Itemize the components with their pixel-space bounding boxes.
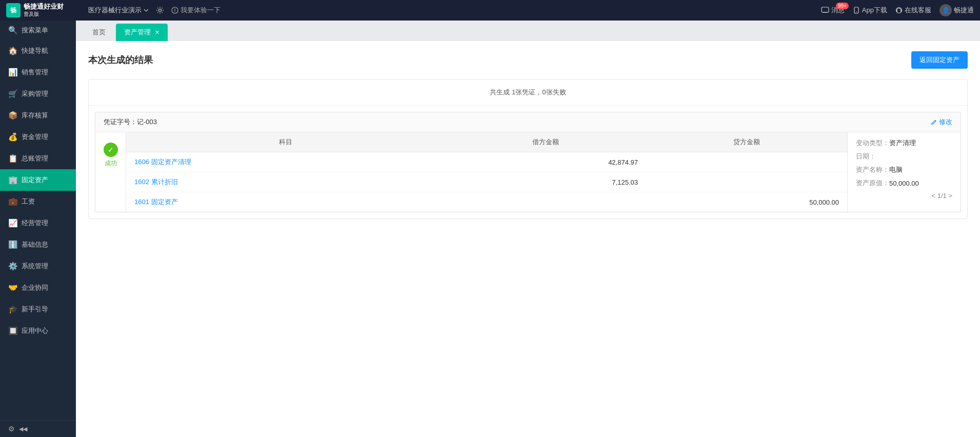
page-title: 本次生成的结果 [88, 54, 153, 66]
ledger-icon: 📋 [8, 154, 17, 163]
sidebar-item-purchase[interactable]: 🛒 采购管理 [0, 83, 76, 105]
feedback-label: 我要体验一下 [181, 6, 221, 15]
logo-icon: 畅 [6, 3, 21, 17]
topbar-right: 消息 99+ App下载 在线客服 👤 畅捷通 [821, 4, 974, 16]
handshake-icon: 🤝 [8, 283, 17, 292]
sidebar-item-sales[interactable]: 📊 销售管理 [0, 62, 76, 83]
sidebar-item-basic-info[interactable]: ℹ️ 基础信息 [0, 234, 76, 255]
sidebar-item-capital[interactable]: 💰 资金管理 [0, 126, 76, 148]
credit-cell: 50,000.00 [646, 192, 847, 212]
voucher-edit-label: 修改 [939, 117, 952, 127]
cart-icon: 🛒 [8, 89, 17, 98]
sidebar-item-enterprise[interactable]: 🤝 企业协同 [0, 277, 76, 299]
svg-point-4 [856, 12, 857, 13]
subject-cell: 1602 累计折旧 [126, 172, 445, 192]
sidebar-item-fixed-assets[interactable]: 🏢 固定资产 [0, 169, 76, 191]
voucher-number: 凭证字号：记-003 [104, 117, 157, 127]
sidebar-item-quick-nav[interactable]: 🏠 快捷导航 [0, 40, 76, 62]
credit-cell [646, 172, 847, 192]
tab-close-icon[interactable]: ✕ [155, 29, 159, 36]
box-icon: 📦 [8, 111, 17, 120]
edit-icon [930, 119, 937, 126]
home-icon: 🏠 [8, 46, 17, 55]
original-value-value: 50,000.00 [889, 180, 919, 187]
side-info-row-date: 日期： [856, 152, 952, 161]
guide-icon: 🎓 [8, 305, 17, 314]
svg-rect-7 [901, 10, 902, 12]
sidebar-settings-icon[interactable]: ⚙ [8, 425, 15, 433]
app-download-button[interactable]: App下载 [853, 6, 887, 15]
sidebar-item-system[interactable]: ⚙️ 系统管理 [0, 255, 76, 277]
topbar-center: 医疗器械行业演示 我要体验一下 [82, 3, 821, 17]
result-panel: 共生成 1张凭证，0张失败 凭证字号：记-003 修改 [88, 79, 968, 219]
phone-icon [853, 7, 860, 14]
side-info-row-change-type: 变动类型： 资产清理 [856, 138, 952, 148]
messages-button[interactable]: 消息 99+ [821, 6, 845, 15]
col-subject: 科目 [126, 132, 445, 152]
change-type-value: 资产清理 [889, 138, 916, 148]
voucher-block: 凭证字号：记-003 修改 ✓ [95, 112, 961, 212]
user-button[interactable]: 👤 畅捷通 [939, 4, 974, 16]
tab-home[interactable]: 首页 [84, 24, 114, 41]
sidebar-item-guide[interactable]: 🎓 新手引导 [0, 299, 76, 320]
table-row: 1602 累计折旧 7,125.03 [126, 172, 847, 192]
success-text: 成功 [105, 159, 117, 168]
table-row: 1606 固定资产清理 42,874.97 [126, 152, 847, 172]
asset-name-value: 电脑 [889, 165, 903, 174]
message-icon [821, 6, 829, 14]
logo: 畅 畅捷通好业财 普及版 [6, 3, 82, 18]
project-selector[interactable]: 医疗器械行业演示 [88, 6, 149, 15]
avatar: 👤 [939, 4, 952, 16]
pagination-next[interactable]: > [948, 192, 952, 200]
asset-name-label: 资产名称： [856, 165, 889, 174]
customer-service-label: 在线客服 [905, 6, 931, 15]
return-button[interactable]: 返回固定资产 [911, 51, 968, 69]
debit-cell: 42,874.97 [445, 152, 646, 172]
chart-icon: 📊 [8, 68, 17, 77]
page-title-row: 本次生成的结果 返回固定资产 [88, 51, 968, 69]
col-credit: 贷方金额 [646, 132, 847, 152]
subject-cell: 1606 固定资产清理 [126, 152, 445, 172]
sidebar: 🔍 搜索菜单 🏠 快捷导航 📊 销售管理 🛒 采购管理 📦 库存核算 💰 [0, 21, 76, 437]
col-debit: 借方金额 [445, 132, 646, 152]
credit-cell [646, 152, 847, 172]
voucher-body: ✓ 成功 科目 借方金额 [95, 132, 961, 212]
logo-title: 畅捷通好业财 [24, 3, 64, 11]
settings-icon[interactable] [153, 3, 167, 17]
change-type-label: 变动类型： [856, 138, 889, 148]
sidebar-item-inventory[interactable]: 📦 库存核算 [0, 105, 76, 126]
tab-bar: 首页 资产管理 ✕ [76, 21, 980, 41]
sidebar-item-search[interactable]: 🔍 搜索菜单 [0, 21, 76, 40]
logo-sub: 普及版 [24, 11, 64, 18]
side-info-row-asset-name: 资产名称： 电脑 [856, 165, 952, 174]
svg-point-0 [159, 9, 162, 12]
sidebar-item-payroll[interactable]: 💼 工资 [0, 191, 76, 212]
side-info-panel: 变动类型： 资产清理 日期： 资产名称： 电脑 [848, 132, 961, 212]
tab-home-label: 首页 [92, 28, 106, 37]
building-icon: 🏢 [8, 175, 17, 185]
tab-asset-mgmt[interactable]: 资产管理 ✕ [116, 24, 168, 41]
sidebar-collapse-icon[interactable]: ◀◀ [19, 426, 27, 432]
voucher-edit-button[interactable]: 修改 [930, 117, 952, 127]
sidebar-item-operations[interactable]: 📈 经营管理 [0, 212, 76, 234]
original-value-label: 资产原值： [856, 178, 889, 188]
content-area: 首页 资产管理 ✕ 本次生成的结果 返回固定资产 共生成 1张凭证，0张失败 [76, 21, 980, 437]
svg-rect-2 [822, 7, 829, 12]
sidebar-nav: 🔍 搜索菜单 🏠 快捷导航 📊 销售管理 🛒 采购管理 📦 库存核算 💰 [0, 21, 76, 420]
page-content: 本次生成的结果 返回固定资产 共生成 1张凭证，0张失败 凭证字号：记-003 … [76, 41, 980, 437]
search-icon: 🔍 [8, 26, 17, 35]
customer-service-button[interactable]: 在线客服 [895, 6, 931, 15]
tab-asset-mgmt-label: 资产管理 [124, 28, 151, 37]
feedback-button[interactable]: 我要体验一下 [171, 6, 221, 15]
username: 畅捷通 [954, 6, 974, 15]
sidebar-item-app-center[interactable]: 🔲 应用中心 [0, 320, 76, 342]
trend-icon: 📈 [8, 218, 17, 228]
pagination-prev[interactable]: < [932, 192, 936, 200]
app-download-label: App下载 [862, 6, 887, 15]
success-indicator: ✓ 成功 [104, 143, 118, 168]
sidebar-item-ledger[interactable]: 📋 总账管理 [0, 148, 76, 169]
subject-cell: 1601 固定资产 [126, 192, 445, 212]
voucher-header: 凭证字号：记-003 修改 [95, 112, 961, 132]
result-summary: 共生成 1张凭证，0张失败 [89, 80, 967, 106]
gear-icon: ⚙️ [8, 262, 17, 271]
